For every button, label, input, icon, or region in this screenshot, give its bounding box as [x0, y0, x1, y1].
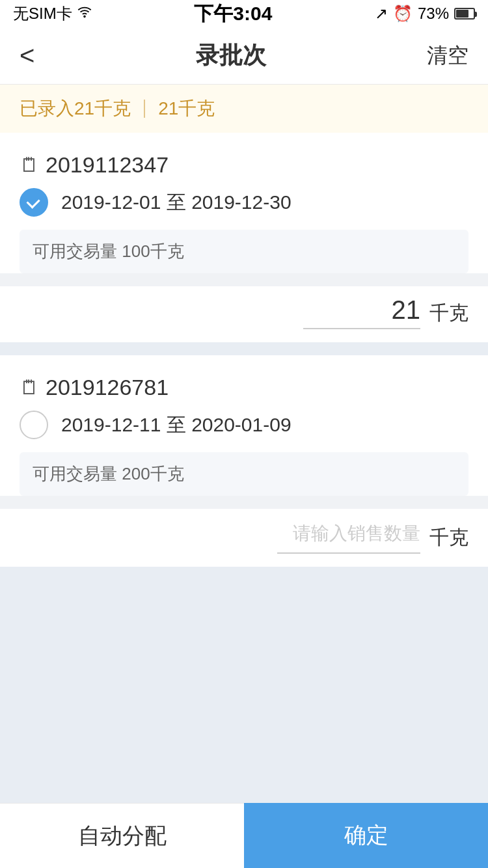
batch2-underline: [277, 552, 420, 554]
battery-icon: [454, 8, 475, 20]
page-title: 录批次: [196, 40, 266, 72]
batch1-radio[interactable]: [20, 188, 48, 217]
batch1-card: 🗒 2019112347 2019-12-01 至 2019-12-30 可用交…: [0, 133, 488, 273]
batch1-quantity-row: 21 千克: [0, 286, 488, 342]
batch1-quantity-value[interactable]: 21: [392, 297, 421, 323]
status-right: ↗ ⏰ 73%: [375, 5, 475, 23]
batch1-underline: [303, 328, 420, 329]
info-amount: 21千克: [158, 96, 215, 121]
back-button[interactable]: <: [20, 41, 34, 70]
batch1-unit: 千克: [429, 300, 468, 329]
carrier-text: 无SIM卡: [13, 3, 72, 24]
batch1-date-row: 2019-12-01 至 2019-12-30: [20, 188, 468, 217]
batch1-header: 🗒 2019112347: [20, 152, 468, 178]
batch1-quantity-inner: 21: [303, 297, 420, 329]
batch2-radio[interactable]: [20, 411, 48, 439]
batch2-available: 可用交易量 200千克: [20, 452, 468, 496]
batch1-available: 可用交易量 100千克: [20, 230, 468, 273]
bottom-spacer: [0, 567, 488, 827]
confirm-button[interactable]: 确定: [244, 803, 488, 868]
section-gap: [0, 342, 488, 355]
bottom-bar: 自动分配 确定: [0, 803, 488, 868]
status-left: 无SIM卡: [13, 3, 92, 24]
batch2-icon: 🗒: [20, 377, 39, 399]
alarm-icon: ⏰: [393, 5, 413, 23]
auto-distribute-button[interactable]: 自动分配: [0, 803, 244, 868]
batch1-date-range: 2019-12-01 至 2019-12-30: [61, 189, 291, 216]
wifi-icon: [77, 5, 92, 23]
batch2-input-placeholder-wrap: 请输入销售数量: [20, 519, 420, 554]
batch2-header: 🗒 2019126781: [20, 375, 468, 400]
recorded-label: 已录入21千克: [20, 96, 131, 121]
location-icon: ↗: [375, 5, 388, 23]
batch2-date-row: 2019-12-11 至 2020-01-09: [20, 411, 468, 439]
batch2-placeholder[interactable]: 请输入销售数量: [293, 519, 420, 549]
batch2-input-row: 请输入销售数量 千克: [0, 509, 488, 567]
batch1-number: 2019112347: [46, 152, 169, 178]
status-time: 下午3:04: [194, 1, 272, 27]
batch2-number: 2019126781: [46, 375, 169, 400]
info-banner: 已录入21千克 21千克: [0, 85, 488, 133]
batch2-unit: 千克: [429, 524, 468, 554]
batch2-date-range: 2019-12-11 至 2020-01-09: [61, 412, 291, 439]
svg-point-0: [84, 16, 85, 17]
clear-button[interactable]: 清空: [427, 42, 468, 70]
nav-bar: < 录批次 清空: [0, 27, 488, 85]
status-bar: 无SIM卡 下午3:04 ↗ ⏰ 73%: [0, 0, 488, 27]
battery-text: 73%: [418, 5, 449, 23]
batch2-card: 🗒 2019126781 2019-12-11 至 2020-01-09 可用交…: [0, 355, 488, 496]
info-divider: [144, 100, 145, 118]
batch1-icon: 🗒: [20, 154, 39, 176]
